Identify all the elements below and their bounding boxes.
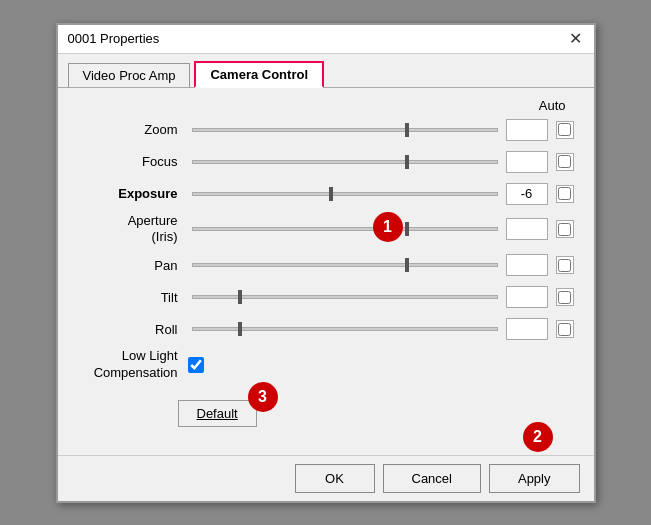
zoom-row: Zoom	[78, 117, 574, 143]
exposure-auto-check[interactable]	[556, 185, 574, 203]
tilt-label: Tilt	[78, 290, 188, 305]
exposure-row: Exposure -6	[78, 181, 574, 207]
low-light-checkbox[interactable]	[188, 357, 204, 373]
apply-button[interactable]: Apply	[489, 464, 580, 493]
default-button[interactable]: Default	[178, 400, 257, 427]
tabs-row: Video Proc Amp Camera Control	[58, 54, 594, 88]
aperture-value	[506, 218, 548, 240]
aperture-row: Aperture(Iris)	[78, 213, 574, 247]
focus-slider[interactable]	[192, 160, 498, 164]
focus-auto-check[interactable]	[556, 153, 574, 171]
low-light-label: Low LightCompensation	[78, 348, 188, 382]
cancel-button[interactable]: Cancel	[383, 464, 481, 493]
roll-slider[interactable]	[192, 327, 498, 331]
roll-auto-check[interactable]	[556, 320, 574, 338]
tab-video-proc-amp[interactable]: Video Proc Amp	[68, 63, 191, 87]
content-area: Auto Zoom Focus	[58, 88, 594, 455]
tilt-slider[interactable]	[192, 295, 498, 299]
controls-container: Zoom Focus Exposure	[78, 117, 574, 343]
aperture-auto-check[interactable]	[556, 220, 574, 238]
close-button[interactable]: ✕	[567, 31, 584, 47]
title-bar: 0001 Properties ✕	[58, 25, 594, 54]
tab-camera-control[interactable]: Camera Control	[194, 61, 324, 88]
focus-row: Focus	[78, 149, 574, 175]
pan-row: Pan	[78, 252, 574, 278]
exposure-value: -6	[506, 183, 548, 205]
ok-button[interactable]: OK	[295, 464, 375, 493]
pan-value	[506, 254, 548, 276]
pan-slider[interactable]	[192, 263, 498, 267]
low-light-row: Low LightCompensation	[78, 348, 574, 382]
tilt-value	[506, 286, 548, 308]
zoom-auto-check[interactable]	[556, 121, 574, 139]
zoom-slider[interactable]	[192, 128, 498, 132]
aperture-slider[interactable]	[192, 227, 498, 231]
dialog: 0001 Properties ✕ Video Proc Amp Camera …	[56, 23, 596, 503]
focus-label: Focus	[78, 154, 188, 169]
tilt-auto-check[interactable]	[556, 288, 574, 306]
zoom-label: Zoom	[78, 122, 188, 137]
pan-label: Pan	[78, 258, 188, 273]
pan-auto-check[interactable]	[556, 256, 574, 274]
roll-row: Roll	[78, 316, 574, 342]
aperture-label: Aperture(Iris)	[78, 213, 188, 247]
roll-value	[506, 318, 548, 340]
exposure-slider[interactable]	[192, 192, 498, 196]
bottom-bar: OK Cancel Apply	[58, 455, 594, 501]
auto-header: Auto	[78, 98, 574, 113]
roll-label: Roll	[78, 322, 188, 337]
dialog-title: 0001 Properties	[68, 31, 160, 46]
zoom-value	[506, 119, 548, 141]
tilt-row: Tilt	[78, 284, 574, 310]
exposure-label: Exposure	[78, 186, 188, 201]
default-btn-row: Default 3	[78, 392, 574, 437]
focus-value	[506, 151, 548, 173]
